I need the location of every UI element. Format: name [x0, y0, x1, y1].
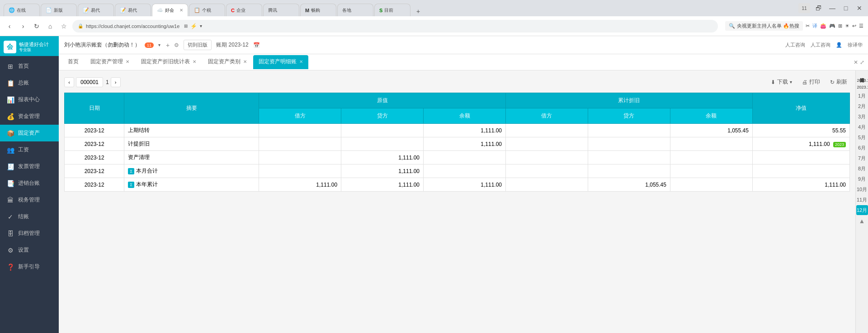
- prev-page-btn[interactable]: ‹: [64, 77, 74, 87]
- tab-haohui[interactable]: ☁️好会 ✕: [152, 4, 188, 16]
- dropdown-arrow[interactable]: ▾: [158, 42, 160, 47]
- restore-window-btn[interactable]: 🗗: [814, 3, 824, 13]
- tab-muqian[interactable]: S目前: [374, 4, 410, 16]
- sidebar-item-invoice[interactable]: 🧾 发票管理: [0, 158, 59, 175]
- period-9[interactable]: 9月: [856, 174, 868, 184]
- tab-depreciation-stats[interactable]: 固定资产折旧统计表 ✕: [136, 55, 202, 69]
- tab-asset-category[interactable]: 固定资产类别 ✕: [203, 55, 252, 69]
- settings-small-icon[interactable]: ⚙: [174, 42, 179, 48]
- sidebar-item-settings[interactable]: ⚙ 设置: [0, 242, 59, 258]
- close-btn[interactable]: ✕: [854, 3, 864, 13]
- switch-version-btn[interactable]: 切到旧版: [184, 40, 212, 50]
- tab-fixed-assets-mgmt[interactable]: 固定资产管理 ✕: [85, 55, 135, 69]
- tab-close-mgmt[interactable]: ✕: [126, 59, 129, 64]
- period-12[interactable]: 12月: [856, 205, 868, 215]
- sidebar-item-fixed-assets[interactable]: 📦 固定资产: [0, 125, 59, 141]
- row5-dep-balance: [670, 178, 752, 192]
- row4-summary: Σ 本月合计: [124, 164, 259, 178]
- new-tab-button[interactable]: +: [413, 6, 423, 16]
- wallet-icon[interactable]: 👛: [820, 23, 826, 29]
- header-right: 人工咨询 人工咨询 👤 徐译华: [785, 42, 863, 48]
- dropdown-down-icon[interactable]: ▾: [790, 80, 792, 84]
- home-btn[interactable]: ⌂: [45, 21, 55, 31]
- maximize-btn[interactable]: □: [841, 3, 851, 13]
- period-2[interactable]: 2月: [856, 101, 868, 111]
- tab-home[interactable]: 首页: [62, 55, 84, 69]
- tab-yidai2[interactable]: 📝易代: [115, 4, 151, 16]
- sidebar-item-tax[interactable]: 🏛 税务管理: [0, 192, 59, 208]
- tab-zaixian[interactable]: 🌐在线: [4, 4, 40, 16]
- download-btn[interactable]: ⬇ 下载 ▾: [768, 77, 795, 87]
- menu-icon[interactable]: ☰: [859, 23, 863, 29]
- tab-close-icon[interactable]: ✕: [179, 8, 183, 13]
- row2-dep-debit: [506, 137, 588, 151]
- tab-expand[interactable]: ⤢: [860, 59, 864, 66]
- page-input[interactable]: [76, 77, 103, 87]
- sidebar-item-archive[interactable]: 🗄 归档管理: [0, 225, 59, 242]
- translate-icon[interactable]: 译: [812, 23, 817, 29]
- tab-gedi[interactable]: 各地: [337, 4, 373, 16]
- tab-xinban[interactable]: 📄新版: [41, 4, 77, 16]
- period-8[interactable]: 8月: [856, 164, 868, 174]
- row2-net-value: 1,111.00 2023: [752, 137, 849, 151]
- tab-yidai1[interactable]: 📝易代: [78, 4, 114, 16]
- history-icon[interactable]: ↩: [852, 23, 856, 29]
- scroll-up-icon[interactable]: ▲: [859, 217, 865, 225]
- sidebar-item-general-ledger[interactable]: 📋 总账: [0, 75, 59, 91]
- scissors-icon[interactable]: ✂: [806, 23, 810, 29]
- tab-count-badge[interactable]: 11: [798, 3, 810, 13]
- calendar-icon[interactable]: 📅: [253, 42, 260, 48]
- tab-tengxun[interactable]: 腾讯: [263, 4, 299, 16]
- tab-close-category[interactable]: ✕: [243, 59, 247, 64]
- search-bar[interactable]: 🔍 央视更新主持人名单 🔥热搜: [725, 21, 803, 31]
- period-10[interactable]: 10月: [856, 184, 868, 194]
- add-account-btn[interactable]: +: [166, 42, 170, 49]
- help-label: 人工咨询: [811, 42, 830, 48]
- row3-net-value: [752, 151, 849, 164]
- tab-close-all[interactable]: ✕: [854, 59, 858, 66]
- tab-asset-detail[interactable]: 固定资产明细账 ✕: [253, 55, 308, 69]
- refresh-btn[interactable]: ↻ 刷新: [827, 77, 850, 87]
- period-4[interactable]: 4月: [856, 122, 868, 132]
- period-5[interactable]: 5月: [856, 132, 868, 142]
- tab-close-stats[interactable]: ✕: [193, 59, 196, 64]
- period-7[interactable]: 7月: [856, 153, 868, 163]
- help-btn[interactable]: 人工咨询: [785, 42, 805, 48]
- sidebar-item-reports[interactable]: 📊 报表中心: [0, 91, 59, 108]
- dropdown-icon[interactable]: ▾: [200, 23, 202, 28]
- print-btn[interactable]: 🖨 打印: [799, 77, 823, 87]
- bookmark-btn[interactable]: ☆: [59, 21, 69, 31]
- grid-icon[interactable]: ⊞: [838, 23, 842, 29]
- period-1[interactable]: 1月: [856, 91, 868, 101]
- sidebar: 会 畅捷通好会计 专业版 ⊞ 首页 📋 总账 📊 报表中心 💰 资金管理: [0, 36, 59, 333]
- period-6[interactable]: 6月: [856, 143, 868, 153]
- sidebar-item-funds[interactable]: 💰 资金管理: [0, 108, 59, 125]
- sidebar-item-close-period[interactable]: ✓ 结账: [0, 208, 59, 225]
- tab-geshui[interactable]: 📋个税: [189, 4, 225, 16]
- ledger-icon: 📋: [6, 80, 14, 87]
- reload-btn[interactable]: ↻: [32, 21, 42, 31]
- sidebar-item-guide[interactable]: ❓ 新手引导: [0, 258, 59, 275]
- game-icon[interactable]: 🎮: [829, 23, 835, 29]
- period-date1: 2023.12: [856, 77, 868, 84]
- tab-close-detail[interactable]: ✕: [299, 59, 303, 64]
- row1-orig-credit: [341, 124, 424, 137]
- row5-orig-credit: 1,111.00: [341, 178, 424, 192]
- row4-dep-balance: [670, 164, 752, 178]
- sidebar-item-home[interactable]: ⊞ 首页: [0, 58, 59, 75]
- address-bar[interactable]: 🔒 https://cloud.chanjet.com/accounting/u…: [72, 20, 718, 33]
- row1-orig-balance: 1,111.00: [424, 124, 506, 137]
- next-page-btn[interactable]: ›: [111, 77, 121, 87]
- period-11[interactable]: 11月: [856, 195, 868, 205]
- sidebar-item-payroll[interactable]: 👥 工资: [0, 141, 59, 158]
- period-3[interactable]: 3月: [856, 112, 868, 122]
- sidebar-item-purchase-sales[interactable]: 📑 进销台账: [0, 175, 59, 192]
- back-btn[interactable]: ‹: [5, 21, 14, 31]
- brightness-icon[interactable]: ☀: [845, 23, 849, 29]
- minimize-btn[interactable]: —: [827, 3, 837, 13]
- pagination: ‹ 1 ›: [64, 77, 121, 87]
- row3-summary: 资产清理: [124, 151, 259, 164]
- tab-changgo[interactable]: M畅购: [300, 4, 336, 16]
- forward-btn[interactable]: ›: [18, 21, 28, 31]
- tab-qiye[interactable]: C企业: [226, 4, 262, 16]
